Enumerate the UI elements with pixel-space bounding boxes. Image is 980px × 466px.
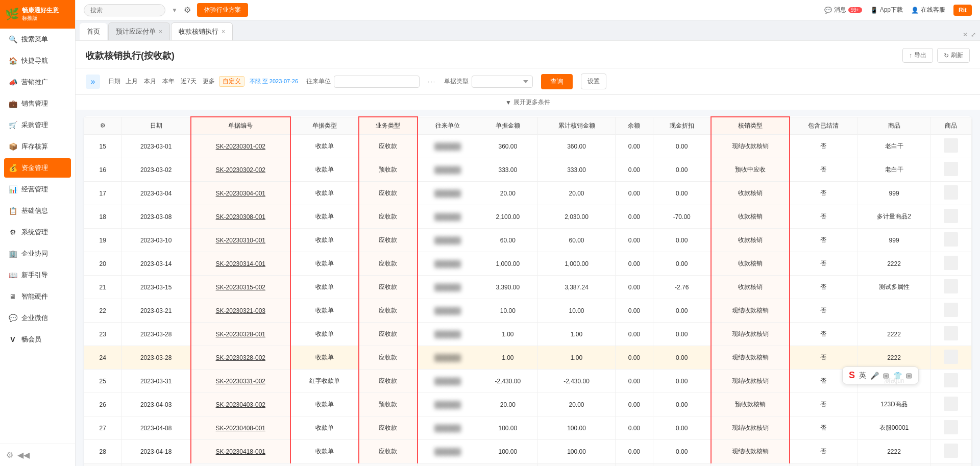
row-doc-no[interactable]: SK-20230304-001	[191, 182, 290, 205]
tab-prepay[interactable]: 预计应应付单 ×	[108, 22, 170, 40]
service-area[interactable]: 👤 在线客服	[911, 6, 945, 14]
sidebar-item-operations[interactable]: 📊 经营管理	[0, 179, 75, 200]
counterpart-input[interactable]	[334, 76, 420, 88]
summary-cell	[537, 463, 615, 467]
row-doc-no[interactable]: SK-20230328-002	[191, 346, 290, 370]
row-verified: 3,387.24	[537, 276, 615, 299]
sidebar-item-search[interactable]: 🔍 搜索菜单	[0, 29, 75, 50]
row-goods2	[930, 393, 971, 416]
row-doc-no[interactable]: SK-20230315-002	[191, 276, 290, 299]
tab-close-all[interactable]: ✕	[963, 31, 968, 38]
query-button[interactable]: 查询	[541, 74, 573, 89]
row-doc-no[interactable]: SK-20230310-001	[191, 229, 290, 252]
row-doc-no[interactable]: SK-20230403-002	[191, 393, 290, 416]
user-avatar[interactable]: Rit	[953, 5, 972, 16]
row-doc-no[interactable]: SK-20230331-002	[191, 370, 290, 393]
sidebar-item-sales[interactable]: 💼 销售管理	[0, 93, 75, 114]
sidebar-item-label: 基础信息	[21, 206, 48, 215]
col-header-setting[interactable]: ⚙	[84, 117, 122, 135]
row-date: 2023-03-28	[121, 323, 191, 346]
date-custom[interactable]: 自定义	[219, 76, 244, 87]
table-row: 192023-03-10SK-20230310-001收款单应收款██████6…	[84, 229, 972, 252]
tab-maximize[interactable]: ⤢	[971, 31, 976, 38]
sidebar-bottom: ⚙ ◀◀	[0, 444, 75, 466]
refresh-icon: ↻	[944, 52, 949, 59]
row-biz-type: 应收款	[359, 323, 417, 346]
row-doc-no[interactable]: SK-20230302-002	[191, 158, 290, 182]
sidebar-logo: 🌿 畅康通好生意 标推版	[0, 0, 75, 29]
sidebar-item-quicknav[interactable]: 🏠 快捷导航	[0, 50, 75, 71]
sidebar-item-marketing[interactable]: 📣 营销推广	[0, 71, 75, 93]
row-number: 27	[84, 416, 122, 440]
row-doc-no[interactable]: SK-20230408-001	[191, 416, 290, 440]
date-more[interactable]: 更多	[201, 76, 217, 87]
receipt-type-select[interactable]	[472, 76, 533, 88]
refresh-button[interactable]: ↻ 刷新	[937, 48, 970, 63]
row-cancel-type: 现结收款核销	[711, 440, 790, 463]
row-balance: 0.00	[616, 393, 653, 416]
sidebar-item-label: 搜索菜单	[21, 35, 48, 44]
sidebar-item-wechat[interactable]: 💬 企业微信	[0, 307, 75, 329]
row-balance: 0.00	[616, 276, 653, 299]
row-biz-type: 应收款	[359, 135, 417, 158]
col-setting-icon[interactable]: ⚙	[100, 122, 106, 129]
sidebar-item-corp[interactable]: 🏢 企业协同	[0, 243, 75, 264]
row-cancel-type: 现结收款核销	[711, 135, 790, 158]
sidebar-item-label: 资金管理	[21, 163, 48, 173]
filter-dots[interactable]: ···	[428, 78, 436, 85]
tab-collection-close[interactable]: ×	[222, 28, 225, 35]
expand-conditions-btn[interactable]: ▼ 展开更多条件	[505, 98, 550, 107]
finance-icon: 💰	[8, 163, 17, 173]
sidebar-item-basic[interactable]: 📋 基础信息	[0, 200, 75, 222]
topbar-right: 💬 消息 99+ 📱 App下载 👤 在线客服 Rit	[824, 5, 972, 16]
date-this-year[interactable]: 本年	[160, 76, 177, 87]
row-doc-no[interactable]: SK-20230301-002	[191, 135, 290, 158]
sidebar-item-hardware[interactable]: 🖥 智能硬件	[0, 286, 75, 307]
row-include-clear: 否	[790, 440, 857, 463]
collapse-icon[interactable]: ◀◀	[17, 450, 30, 460]
table-row: 282023-04-18SK-20230418-001收款单应收款██████1…	[84, 440, 972, 463]
row-include-clear: 否	[790, 416, 857, 440]
row-verified: 20.00	[537, 182, 615, 205]
row-doc-no[interactable]: SK-20230308-001	[191, 205, 290, 229]
row-biz-type: 应收款	[359, 416, 417, 440]
date-last-month[interactable]: 上月	[124, 76, 140, 87]
gear-button[interactable]: ⚙	[184, 5, 191, 15]
sidebar-item-guide[interactable]: 📖 新手引导	[0, 264, 75, 286]
row-number: 20	[84, 252, 122, 276]
message-area[interactable]: 💬 消息 99+	[824, 6, 862, 14]
search-input[interactable]	[84, 4, 165, 16]
summary-cell	[191, 463, 290, 467]
row-goods2	[930, 276, 971, 299]
setting-button[interactable]: 设置	[581, 73, 606, 89]
dropdown-arrow-icon[interactable]: ▼	[172, 7, 178, 14]
marketing-icon: 📣	[8, 78, 17, 87]
date-filter-links: 上月 本月 本年 近7天 更多 自定义	[124, 76, 244, 87]
sidebar-item-finance[interactable]: 💰 资金管理	[4, 158, 71, 178]
sidebar-item-system[interactable]: ⚙ 系统管理	[0, 222, 75, 243]
filter-expand-btn[interactable]: »	[86, 75, 100, 89]
row-doc-no[interactable]: SK-20230321-003	[191, 299, 290, 323]
sidebar-item-purchase[interactable]: 🛒 采购管理	[0, 114, 75, 136]
settings-icon[interactable]: ⚙	[6, 450, 13, 460]
app-download[interactable]: 📱 App下载	[870, 6, 903, 14]
date-this-month[interactable]: 本月	[142, 76, 158, 87]
sidebar-item-inventory[interactable]: 📦 库存核算	[0, 136, 75, 157]
row-doc-no[interactable]: SK-20230418-001	[191, 440, 290, 463]
row-counterpart: ██████	[418, 299, 478, 323]
sidebar-item-label: 企业微信	[21, 313, 48, 323]
member-icon: V	[8, 335, 17, 344]
row-doc-no[interactable]: SK-20230314-001	[191, 252, 290, 276]
row-amount: 20.00	[478, 393, 537, 416]
row-counterpart: ██████	[418, 346, 478, 370]
date-range-display[interactable]: 不限 至 2023-07-26	[250, 78, 298, 85]
sidebar-item-member[interactable]: V 畅会员	[0, 329, 75, 350]
tab-collection[interactable]: 收款核销执行 ×	[171, 22, 233, 40]
solution-button[interactable]: 体验行业方案	[197, 3, 248, 17]
date-7days[interactable]: 近7天	[179, 76, 199, 87]
row-doc-no[interactable]: SK-20230328-001	[191, 323, 290, 346]
export-button[interactable]: ↑ 导出	[902, 48, 933, 63]
row-biz-type: 应收款	[359, 440, 417, 463]
tab-prepay-close[interactable]: ×	[159, 28, 162, 35]
tab-home[interactable]: 首页	[80, 23, 107, 40]
